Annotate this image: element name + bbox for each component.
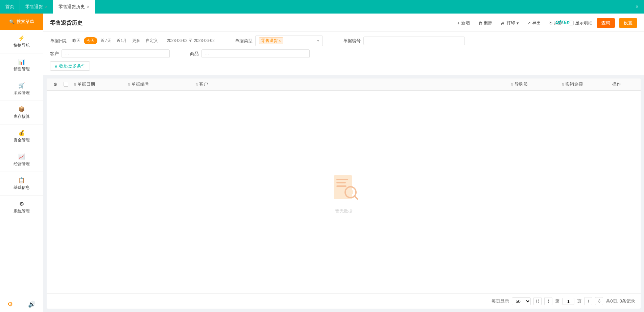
th-settings[interactable]: ⚙ [51, 82, 61, 87]
th-action: 操作 [610, 81, 637, 87]
th-bill-no-sort-icon: ⇅ [128, 83, 130, 86]
window-close-button[interactable]: × [636, 4, 639, 10]
export-icon: ↗ [527, 21, 531, 26]
svg-rect-2 [336, 182, 346, 183]
collapse-filter-button[interactable]: ∧ 收起更多条件 [50, 61, 90, 71]
query-button[interactable]: 查询 [597, 18, 615, 28]
table-settings-icon[interactable]: ⚙ [53, 82, 57, 87]
empty-state: 暂无数据 [47, 91, 641, 293]
sidebar-audio-button[interactable]: 🔊 [28, 300, 35, 308]
tab-home-label: 首页 [5, 4, 14, 10]
th-guide[interactable]: ⇅ 导购员 [508, 81, 559, 87]
bill-type-tag-text: 零售退货 [261, 38, 278, 44]
sidebar-item-quick-nav[interactable]: ⚡ 快捷导航 [0, 30, 43, 53]
first-page-button[interactable]: ⟨⟨ [533, 297, 542, 305]
total-text: 共0页, 0条记录 [606, 298, 635, 304]
query-button-label: 查询 [601, 20, 610, 26]
export-button[interactable]: ↗ 导出 [525, 19, 543, 27]
select-all-checkbox[interactable] [64, 82, 68, 87]
date-more[interactable]: 更多 [130, 37, 142, 44]
sidebar-settings-button[interactable]: ⚙ [7, 300, 13, 308]
tab-retail-return-close[interactable]: × [45, 4, 47, 9]
sidebar-item-purchase[interactable]: 🛒 采购管理 [0, 77, 43, 101]
sidebar-item-inventory[interactable]: 📦 库存核算 [0, 101, 43, 125]
customer-select[interactable]: ... [62, 49, 170, 58]
th-customer[interactable]: ⇅ 客户 [193, 81, 508, 87]
date-range-text: 2023-06-02 至 2023-06-02 [167, 38, 214, 44]
date-today[interactable]: 今天 [84, 37, 97, 44]
date-7days[interactable]: 近7天 [99, 37, 113, 44]
date-1month[interactable]: 近1月 [115, 37, 129, 44]
bill-type-tag: 零售退货 × [259, 37, 283, 44]
th-checkbox[interactable] [61, 82, 71, 87]
refresh-button[interactable]: ↻ 刷新 [547, 19, 565, 27]
show-detail-toggle[interactable]: 显示明细 [569, 20, 593, 26]
date-options: 昨天 今天 近7天 近1月 更多 自定义 [70, 37, 160, 44]
th-amount-sort-icon: ⇅ [562, 83, 564, 86]
search-icon: 🔍 [9, 19, 15, 24]
bill-type-tag-close[interactable]: × [279, 39, 281, 43]
sidebar: 🔍 搜索菜单 ⚡ 快捷导航 📊 销售管理 🛒 采购管理 📦 库存核算 💰 [0, 14, 43, 312]
bill-no-input[interactable] [363, 37, 465, 45]
page-size-select[interactable]: 50 10 20 100 [512, 297, 531, 305]
bill-type-select[interactable]: 零售退货 × ▾ [255, 36, 323, 46]
collapse-filter-label: 收起更多条件 [59, 63, 86, 69]
management-icon: 📈 [18, 153, 25, 160]
sidebar-item-system[interactable]: ⚙ 系统管理 [0, 196, 43, 219]
topbar-right: × [636, 4, 644, 10]
th-bill-no-label: 单据编号 [132, 81, 149, 87]
th-action-label: 操作 [612, 81, 621, 87]
basics-icon: 📋 [18, 177, 25, 183]
sidebar-item-finance[interactable]: 💰 资金管理 [0, 125, 43, 148]
svg-rect-1 [336, 179, 348, 180]
page-number-input[interactable] [562, 298, 574, 305]
tab-retail-return-history[interactable]: 零售退货历史 × [53, 0, 95, 14]
customer-placeholder: ... [65, 51, 69, 56]
empty-state-text: 暂无数据 [335, 208, 353, 214]
print-button[interactable]: 🖨 打印 ▾ [499, 19, 521, 27]
goods-placeholder: ... [205, 51, 209, 56]
pagination: 每页显示 50 10 20 100 ⟨⟨ ⟨ 第 页 ⟩ ⟩⟩ 共0页, 0条记… [47, 293, 641, 309]
date-filter-label: 单据日期 [50, 38, 68, 44]
bill-no-label: 单据编号 [343, 38, 361, 44]
inventory-icon: 📦 [18, 106, 25, 112]
date-yesterday[interactable]: 昨天 [70, 37, 82, 44]
next-page-button[interactable]: ⟩ [584, 297, 592, 305]
last-page-button[interactable]: ⟩⟩ [595, 297, 603, 305]
new-button[interactable]: + 新增 [455, 19, 472, 27]
main-content: 零售退货历史 + 新增 🗑 删除 🖨 打印 ▾ ↗ 导出 [43, 14, 644, 312]
filter-area: 单据日期 昨天 今天 近7天 近1月 更多 自定义 2023-06-02 至 2… [43, 31, 644, 75]
sidebar-menu: ⚡ 快捷导航 📊 销售管理 🛒 采购管理 📦 库存核算 💰 资金管理 📈 [0, 30, 43, 296]
new-icon: + [457, 21, 460, 26]
th-customer-sort-icon: ⇅ [195, 83, 198, 86]
sidebar-search[interactable]: 🔍 搜索菜单 [0, 14, 43, 30]
show-detail-checkbox[interactable] [569, 21, 574, 25]
date-custom[interactable]: 自定义 [144, 37, 160, 44]
filter-row-1: 单据日期 昨天 今天 近7天 近1月 更多 自定义 2023-06-02 至 2… [50, 36, 637, 46]
th-date[interactable]: ⇅ 单据日期 [71, 81, 125, 87]
new-button-label: 新增 [461, 20, 470, 26]
page-title: 零售退货历史 [50, 20, 82, 27]
app-layout: 🔍 搜索菜单 ⚡ 快捷导航 📊 销售管理 🛒 采购管理 📦 库存核算 💰 [0, 14, 644, 312]
date-filter: 单据日期 昨天 今天 近7天 近1月 更多 自定义 [50, 37, 160, 44]
sidebar-item-basics[interactable]: 📋 基础信息 [0, 172, 43, 196]
svg-point-6 [348, 190, 353, 195]
print-button-label: 打印 [506, 20, 515, 26]
prev-page-button[interactable]: ⟨ [544, 297, 552, 305]
th-amount[interactable]: ⇅ 实销金额 [559, 81, 610, 87]
finance-icon: 💰 [18, 129, 25, 136]
tab-retail-return[interactable]: 零售退货 × [20, 0, 53, 14]
goods-select[interactable]: ... [201, 49, 310, 58]
settings-button[interactable]: 设置 [619, 18, 637, 28]
refresh-icon: ↻ [549, 21, 553, 26]
tab-home[interactable]: 首页 [0, 0, 20, 14]
sidebar-item-sales[interactable]: 📊 销售管理 [0, 53, 43, 77]
th-bill-no[interactable]: ⇅ 单据编号 [125, 81, 193, 87]
tab-retail-return-history-close[interactable]: × [87, 4, 89, 9]
page-size-label: 每页显示 [492, 298, 509, 304]
tab-retail-return-label: 零售退货 [25, 4, 43, 10]
th-customer-label: 客户 [199, 81, 208, 87]
delete-button[interactable]: 🗑 删除 [476, 19, 495, 27]
bill-type-chevron-icon: ▾ [317, 39, 319, 43]
sidebar-item-management[interactable]: 📈 经营管理 [0, 148, 43, 172]
